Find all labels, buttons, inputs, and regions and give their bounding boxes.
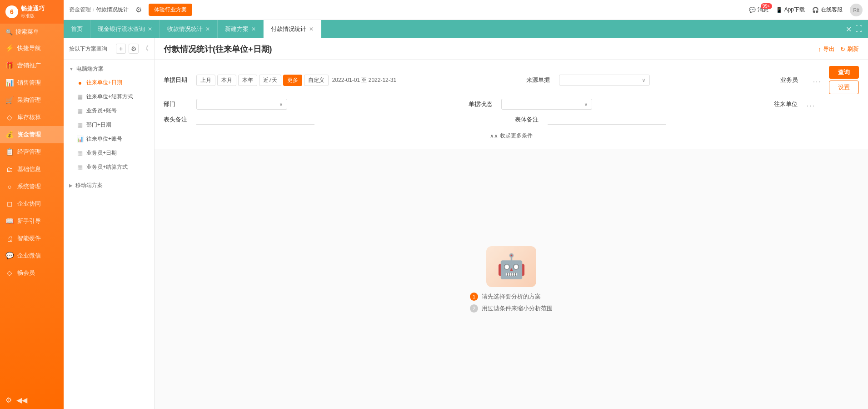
date-more-btn[interactable]: 更多 (283, 75, 302, 86)
sidebar-item-marketing[interactable]: 🎁 营销推广 (0, 57, 64, 74)
tab-payment[interactable]: 付款情况统计 ✕ (264, 20, 321, 38)
sidebar-item-label: 快捷导航 (17, 44, 41, 52)
tab-cashflow[interactable]: 现金银行流水查询 ✕ (90, 20, 160, 38)
sidebar-item-base[interactable]: 🗂 基础信息 (0, 161, 64, 178)
unit-picker-btn[interactable]: ... (807, 100, 815, 108)
scheme-item-dept-date[interactable]: ▦ 部门+日期 (64, 118, 154, 132)
export-btn[interactable]: ↑ 导出 (818, 45, 835, 53)
tab-new-scheme-close[interactable]: ✕ (251, 26, 256, 32)
topbar-service-label: 在线客服 (821, 6, 843, 14)
mobile-group-title[interactable]: ▶ 移动端方案 (64, 179, 154, 192)
sidebar-collapse-btn[interactable]: ◀◀ (16, 396, 27, 404)
refresh-btn[interactable]: ↻ 刷新 (840, 45, 859, 53)
tip-num-2: 2 (470, 304, 478, 313)
settings-display-btn[interactable]: 设置 (829, 81, 859, 94)
sidebar-item-label: 基础信息 (17, 165, 41, 173)
scheme-item-staff-date[interactable]: ▦ 业务员+日期 (64, 146, 154, 160)
dept-select[interactable]: ∨ (196, 99, 287, 110)
scheme-item-staff-settle[interactable]: ▦ 业务员+结算方式 (64, 160, 154, 174)
desktop-group-title[interactable]: ▼ 电脑端方案 (64, 62, 154, 76)
trial-btn[interactable]: 体验行业方案 (149, 4, 192, 16)
scheme-label: 业务员+账号 (86, 107, 117, 115)
user-name: Rit (853, 7, 859, 13)
filter-row-1: 单据日期 上月 本月 本年 近7天 更多 自定义 2022-01-01 至 20… (164, 66, 859, 94)
scheme-icon: ▦ (76, 164, 84, 171)
header-note-input[interactable] (196, 114, 314, 125)
topbar-settings-icon[interactable]: ⚙ (132, 4, 145, 16)
user-avatar[interactable]: Rit (850, 4, 863, 16)
scheme-label: 往来单位+账号 (86, 135, 122, 143)
sidebar-item-wechat[interactable]: 💬 企业微信 (0, 247, 64, 264)
sidebar-item-label: 资金管理 (17, 131, 41, 139)
add-scheme-btn[interactable]: + (116, 44, 126, 54)
tab-new-scheme[interactable]: 新建方案 ✕ (218, 20, 264, 38)
sidebar-item-label: 经营管理 (17, 148, 41, 156)
voucher-status-select[interactable]: ∨ (501, 99, 592, 110)
left-panel: 按以下方案查询 + ⚙ 《 ▼ 电脑端方案 ● 往来单位+日期 ▦ 往 (64, 38, 155, 409)
unit-label: 往来单位 (774, 100, 799, 108)
topbar-msg[interactable]: 💬 消息 99+ (749, 6, 768, 14)
window-close-btn[interactable]: ✕ (846, 25, 852, 34)
mobile-group-label: 移动端方案 (75, 182, 103, 189)
voucher-status-label: 单据状态 (469, 100, 494, 108)
sidebar-item-vip[interactable]: ◇ 畅会员 (0, 264, 64, 282)
window-maximize-btn[interactable]: ⛶ (855, 25, 863, 33)
tab-payment-close[interactable]: ✕ (309, 26, 314, 32)
date-quick-btns: 上月 本月 本年 近7天 更多 自定义 2022-01-01 至 2022-12… (196, 75, 396, 86)
refresh-label: 刷新 (847, 45, 859, 53)
tab-receivable-label: 收款情况统计 (167, 25, 203, 33)
tab-receivable[interactable]: 收款情况统计 ✕ (160, 20, 218, 38)
source-dropdown-arrow: ∨ (642, 77, 646, 83)
query-btn[interactable]: 查询 (829, 66, 859, 79)
date-7days-btn[interactable]: 近7天 (259, 75, 281, 86)
sidebar-item-sales[interactable]: 📊 销售管理 (0, 74, 64, 91)
tab-cashflow-close[interactable]: ✕ (148, 26, 152, 32)
source-select[interactable]: ∨ (559, 75, 650, 86)
body-note-input[interactable] (548, 114, 666, 125)
scheme-item-unit-settle[interactable]: ▦ 往来单位+结算方式 (64, 90, 154, 104)
sidebar-item-enterprise[interactable]: ◻ 企业协同 (0, 195, 64, 212)
empty-tip-1-label: 请先选择要分析的方案 (482, 293, 541, 301)
sidebar-item-label: 企业微信 (17, 252, 41, 260)
scheme-label: 业务员+日期 (86, 149, 117, 157)
scheme-item-unit-date[interactable]: ● 往来单位+日期 (64, 76, 154, 90)
date-last-month-btn[interactable]: 上月 (196, 75, 215, 86)
scheme-item-unit-account[interactable]: 📊 往来单位+账号 (64, 132, 154, 146)
topbar-service[interactable]: 🎧 在线客服 (812, 6, 843, 14)
empty-tip-2-label: 用过滤条件来缩小分析范围 (482, 304, 553, 313)
main-area: 资金管理 / 付款情况统计 ⚙ 体验行业方案 💬 消息 99+ 📱 App下载 … (64, 0, 868, 409)
date-this-month-btn[interactable]: 本月 (217, 75, 236, 86)
empty-tip-1: 1 请先选择要分析的方案 (470, 293, 553, 301)
source-label: 来源单据 (526, 76, 552, 84)
date-custom-btn[interactable]: 自定义 (304, 75, 329, 86)
sidebar-item-quick-nav[interactable]: ⚡ 快捷导航 (0, 40, 64, 57)
desktop-group-label: 电脑端方案 (76, 65, 104, 73)
export-label: 导出 (823, 45, 835, 53)
sidebar-item-business[interactable]: 📋 经营管理 (0, 143, 64, 161)
sidebar-item-purchase[interactable]: 🛒 采购管理 (0, 91, 64, 109)
tab-home-label: 首页 (71, 25, 83, 33)
scheme-item-staff-account[interactable]: ▦ 业务员+账号 (64, 104, 154, 118)
mobile-scheme-group: ▶ 移动端方案 (64, 179, 154, 192)
scheme-settings-btn[interactable]: ⚙ (129, 44, 139, 54)
sidebar-item-guide[interactable]: 📖 新手引导 (0, 212, 64, 230)
sidebar-item-inventory[interactable]: ◇ 库存核算 (0, 109, 64, 126)
scheme-label: 往来单位+结算方式 (86, 93, 133, 101)
sidebar-item-hardware[interactable]: 🖨 智能硬件 (0, 230, 64, 247)
group-arrow-icon: ▶ (69, 183, 73, 188)
sidebar-item-finance[interactable]: 💰 资金管理 (0, 126, 64, 143)
tab-receivable-close[interactable]: ✕ (205, 26, 210, 32)
tab-home[interactable]: 首页 (64, 20, 90, 38)
staff-picker-btn[interactable]: ... (813, 76, 822, 84)
sidebar-settings-btn[interactable]: ⚙ (5, 396, 12, 404)
sidebar-item-system[interactable]: ○ 系统管理 (0, 178, 64, 195)
topbar-app-download[interactable]: 📱 App下载 (776, 6, 805, 14)
scheme-label: 业务员+结算方式 (86, 163, 128, 171)
sidebar-search[interactable]: 🔍 搜索菜单 (0, 24, 64, 40)
business-icon: 📋 (5, 148, 14, 156)
status-dropdown-arrow: ∨ (584, 101, 588, 107)
panel-collapse-btn[interactable]: 《 (142, 45, 149, 53)
date-this-year-btn[interactable]: 本年 (238, 75, 257, 86)
sidebar-footer: ⚙ ◀◀ (0, 391, 64, 409)
collapse-more-btn[interactable]: ∧∧ 收起更多条件 (164, 129, 859, 142)
